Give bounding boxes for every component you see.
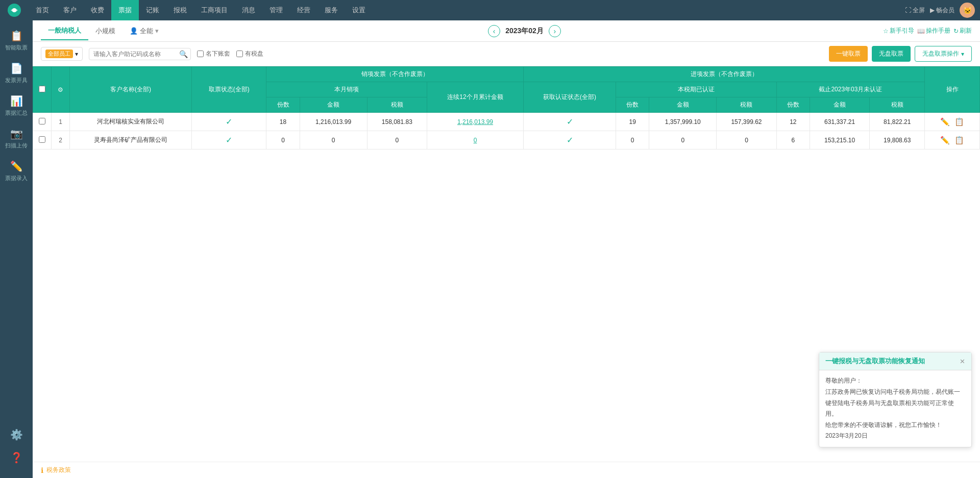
select-all-checkbox[interactable] [39, 86, 45, 92]
col-settings-header: ⚙ [52, 67, 70, 113]
tax-policy-link[interactable]: 税务政策 [46, 466, 71, 474]
sidebar-item-invoice-open[interactable]: 📄 发票开具 [2, 58, 31, 88]
sidebar-item-invoice-summary[interactable]: 📊 票据汇总 [2, 91, 31, 121]
row1-checkbox[interactable] [33, 113, 52, 131]
nav-home[interactable]: 首页 [29, 0, 56, 20]
manual-btn[interactable]: 📖 操作手册 [917, 27, 950, 35]
fullscreen-icon: ⛶ [905, 7, 911, 14]
col-action-header: 操作 [925, 67, 980, 113]
row2-actions: ✏️ 📋 [925, 131, 980, 149]
employee-select[interactable]: 全部员工 ▾ [41, 47, 83, 61]
row2-num: 2 [52, 131, 70, 149]
top-actions: ☆ 新手引导 📖 操作手册 ↻ 刷新 [883, 27, 972, 35]
row2-check-icon: ✓ [226, 136, 232, 144]
top-nav-right: ⛶ 全屏 ▶ 畅会员 🐱 [905, 3, 975, 18]
sidebar: 📋 智能取票 📄 发票开具 📊 票据汇总 📷 扫描上传 ✏️ 票据录入 ⚙️ ❓ [0, 20, 33, 478]
row2-checkbox[interactable] [33, 131, 52, 149]
col-p-shares-header: 份数 [616, 97, 649, 113]
tab-all[interactable]: 👤 全能 ▾ [122, 22, 166, 40]
col-u-tax-header: 税额 [870, 97, 925, 113]
col-sales-month-header: 本月销项 [266, 82, 427, 97]
col-customer-header: 客户名称(全部) [70, 67, 192, 113]
no-disk-ticket-btn[interactable]: 无盘取票 [872, 46, 911, 62]
member-btn[interactable]: ▶ 畅会员 [930, 6, 954, 15]
invoice-open-icon: 📄 [10, 62, 23, 74]
nav-tax[interactable]: 报税 [166, 0, 194, 20]
row1-12month-link[interactable]: 1,216,013.99 [457, 118, 493, 125]
table-settings-icon[interactable]: ⚙ [58, 86, 63, 93]
col-p-amount-header: 金额 [649, 97, 717, 113]
smart-ticket-icon: 📋 [10, 30, 23, 42]
next-month-btn[interactable]: › [549, 25, 561, 37]
nav-message[interactable]: 消息 [235, 0, 262, 20]
tab-general-taxpayer[interactable]: 一般纳税人 [41, 22, 88, 40]
tax-disk-checkbox[interactable] [236, 51, 243, 57]
nav-service[interactable]: 服务 [317, 0, 345, 20]
row1-u-tax: 81,822.21 [870, 113, 925, 131]
nav-fee[interactable]: 收费 [84, 0, 111, 20]
ticket-entry-icon: ✏️ [10, 160, 23, 172]
row2-recog-status: ✓ [523, 131, 616, 149]
svg-point-1 [12, 8, 16, 12]
nav-customer[interactable]: 客户 [56, 0, 84, 20]
sidebar-item-help[interactable]: ❓ [2, 447, 31, 468]
col-sales-group-header: 销项发票（不含作废票） [266, 67, 524, 82]
row1-u-amount: 631,337.21 [810, 113, 869, 131]
nav-items: 首页 客户 收费 票据 记账 报税 工商项目 消息 管理 经营 服务 设置 [29, 0, 905, 20]
checkbox-accounts[interactable]: 名下账套 [197, 49, 230, 58]
row2-s-amount: 0 [300, 131, 367, 149]
employee-dropdown-icon: ▾ [75, 51, 78, 58]
nav-biz[interactable]: 工商项目 [194, 0, 235, 20]
row2-detail-icon[interactable]: 📋 [954, 136, 964, 144]
filter-bar: 全部员工 ▾ 🔍 名下账套 有税盘 一键取票 无盘取票 无盘取票操作 ▾ [33, 42, 980, 66]
guide-btn[interactable]: ☆ 新手引导 [883, 27, 914, 35]
row2-edit-icon[interactable]: ✏️ [940, 136, 950, 144]
app-logo [5, 1, 23, 19]
col-u-amount-header: 金额 [810, 97, 869, 113]
search-input[interactable] [89, 48, 191, 60]
checkbox-tax-disk[interactable]: 有税盘 [236, 49, 263, 58]
refresh-btn[interactable]: ↻ 刷新 [953, 27, 972, 35]
tab-small-scale[interactable]: 小规模 [88, 22, 122, 40]
avatar[interactable]: 🐱 [960, 3, 975, 18]
sidebar-item-settings[interactable]: ⚙️ [2, 424, 31, 445]
row2-recog-icon: ✓ [567, 136, 573, 144]
row1-p-tax: 157,399.62 [717, 113, 776, 131]
tabs-area: 一般纳税人 小规模 👤 全能 ▾ ‹ 2023年02月 › ☆ 新手引导 📖 操… [33, 20, 980, 42]
col-status-header: 取票状态(全部) [192, 67, 266, 113]
row2-12month: 0 [427, 131, 524, 149]
sidebar-item-smart-ticket[interactable]: 📋 智能取票 [2, 26, 31, 56]
help-icon: ❓ [10, 451, 23, 464]
nav-bookkeeping[interactable]: 记账 [139, 0, 166, 20]
row2-12month-link[interactable]: 0 [474, 137, 477, 144]
nav-settings[interactable]: 设置 [345, 0, 373, 20]
notif-title: 一键报税与无盘取票功能恢复通知 [825, 357, 925, 366]
row1-num: 1 [52, 113, 70, 131]
row1-edit-icon[interactable]: ✏️ [940, 117, 950, 126]
row2-ticket-status: ✓ [192, 131, 266, 149]
notif-header: 一键报税与无盘取票功能恢复通知 ✕ [819, 353, 971, 370]
no-disk-action-btn[interactable]: 无盘取票操作 ▾ [915, 46, 972, 62]
row1-recog-status: ✓ [523, 113, 616, 131]
col-s-tax-header: 税额 [367, 97, 427, 113]
accounts-checkbox[interactable] [197, 51, 204, 57]
row1-detail-icon[interactable]: 📋 [954, 117, 964, 126]
row2-s-shares: 0 [266, 131, 300, 149]
scan-upload-icon: 📷 [10, 128, 23, 140]
nav-manage[interactable]: 管理 [262, 0, 290, 20]
sidebar-item-ticket-entry[interactable]: ✏️ 票据录入 [2, 156, 31, 186]
nav-operation[interactable]: 经营 [290, 0, 317, 20]
nav-invoice[interactable]: 票据 [111, 0, 139, 20]
fullscreen-btn[interactable]: ⛶ 全屏 [905, 6, 925, 15]
search-icon-btn[interactable]: 🔍 [179, 50, 188, 58]
one-click-ticket-btn[interactable]: 一键取票 [829, 46, 868, 62]
sidebar-item-scan-upload[interactable]: 📷 扫描上传 [2, 123, 31, 154]
date-nav: ‹ 2023年02月 › [488, 25, 561, 37]
filter-right: 一键取票 无盘取票 无盘取票操作 ▾ [829, 46, 972, 62]
row1-actions: ✏️ 📋 [925, 113, 980, 131]
prev-month-btn[interactable]: ‹ [488, 25, 500, 37]
invoice-summary-icon: 📊 [10, 95, 23, 107]
notif-close-btn[interactable]: ✕ [960, 358, 965, 365]
guide-icon: ☆ [883, 28, 889, 35]
row2-u-shares: 6 [776, 131, 810, 149]
